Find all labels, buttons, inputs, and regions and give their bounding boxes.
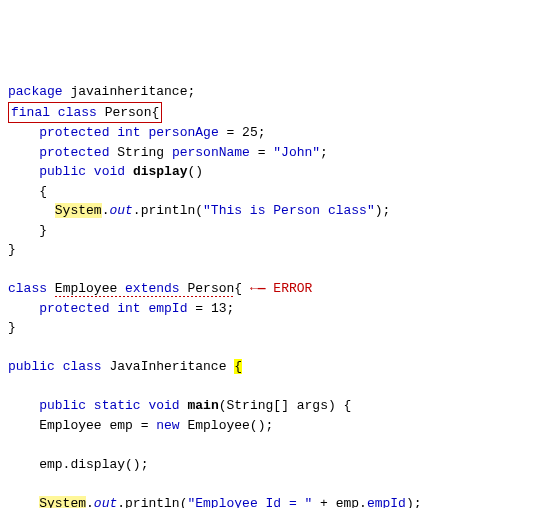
ref-system: System xyxy=(55,203,102,218)
println-call: .println( xyxy=(133,203,203,218)
assign-13: = 13; xyxy=(187,301,234,316)
keyword-class: class xyxy=(8,281,47,296)
keyword-protected: protected xyxy=(39,145,109,160)
keyword-void: void xyxy=(148,398,179,413)
method-main: main xyxy=(188,398,219,413)
code-editor[interactable]: package javainheritance; final class Per… xyxy=(8,82,549,508)
class-javainheritance: JavaInheritance xyxy=(109,359,226,374)
ref-out: out xyxy=(94,496,117,509)
println-call: .println( xyxy=(117,496,187,509)
error-label: ERROR xyxy=(273,281,312,296)
emp-declaration: Employee emp = xyxy=(39,418,156,433)
arrow-icon: ←— xyxy=(250,281,266,296)
close: ); xyxy=(406,496,422,509)
keyword-package: package xyxy=(8,84,63,99)
class-person-ref: Person xyxy=(187,281,234,296)
method-display: display xyxy=(133,164,188,179)
keyword-public: public xyxy=(39,398,86,413)
keyword-final: final xyxy=(11,105,50,120)
field-empId: empId xyxy=(148,301,187,316)
assign-eq: = xyxy=(250,145,273,160)
ref-empId: empId xyxy=(367,496,406,509)
keyword-void: void xyxy=(94,164,125,179)
highlighted-declaration: final class Person{ xyxy=(8,102,162,124)
parens: () xyxy=(187,164,203,179)
ref-out: out xyxy=(109,203,132,218)
plus-emp: + emp. xyxy=(312,496,367,509)
string-person-msg: "This is Person class" xyxy=(203,203,375,218)
field-personAge: personAge xyxy=(148,125,218,140)
keyword-new: new xyxy=(156,418,179,433)
dot: . xyxy=(86,496,94,509)
class-person: Person xyxy=(105,105,152,120)
keyword-public: public xyxy=(39,164,86,179)
package-name: javainheritance; xyxy=(63,84,196,99)
keyword-protected: protected xyxy=(39,125,109,140)
keyword-int: int xyxy=(117,125,140,140)
main-args: (String[] args) { xyxy=(219,398,352,413)
brace-open: { xyxy=(151,105,159,120)
keyword-int: int xyxy=(117,301,140,316)
semicolon: ; xyxy=(320,145,328,160)
emp-new: Employee(); xyxy=(180,418,274,433)
class-employee: Employee xyxy=(55,281,117,296)
close: ); xyxy=(375,203,391,218)
keyword-public: public xyxy=(8,359,55,374)
emp-display-call: emp.display(); xyxy=(39,457,148,472)
keyword-extends: extends xyxy=(125,281,180,296)
keyword-class: class xyxy=(58,105,97,120)
keyword-class: class xyxy=(63,359,102,374)
string-john: "John" xyxy=(273,145,320,160)
string-empid: "Employee Id = " xyxy=(187,496,312,509)
type-string: String xyxy=(117,145,164,160)
assign-25: = 25; xyxy=(219,125,266,140)
brace-highlighted: { xyxy=(234,359,242,374)
ref-system: System xyxy=(39,496,86,509)
error-underline: Employee extends Person xyxy=(55,281,234,297)
keyword-static: static xyxy=(94,398,141,413)
field-personName: personName xyxy=(172,145,250,160)
keyword-protected: protected xyxy=(39,301,109,316)
